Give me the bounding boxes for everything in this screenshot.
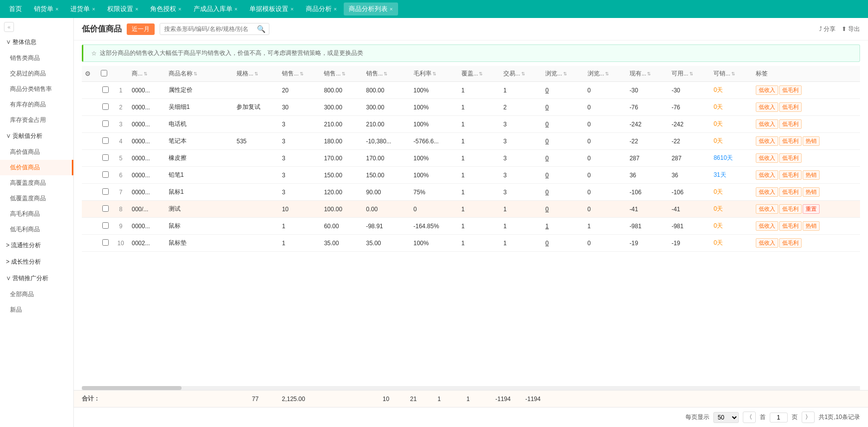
horizontal-scrollbar[interactable] [82, 386, 860, 390]
row-checkbox-cell[interactable] [98, 133, 113, 150]
sidebar-item-high-value[interactable]: 高价值商品 [0, 144, 73, 160]
col-settings[interactable]: ⚙ [82, 66, 98, 82]
nav-product-analysis-list[interactable]: 商品分析列表 × [344, 2, 398, 15]
browse1-link[interactable]: 0 [545, 240, 549, 247]
per-page-select[interactable]: 50 20 100 [713, 412, 739, 423]
row-checkbox-cell[interactable] [98, 99, 113, 116]
browse1-link[interactable]: 1 [545, 223, 549, 230]
row-checkbox[interactable] [102, 154, 109, 161]
sidebar-item-all-products[interactable]: 全部商品 [0, 287, 73, 302]
sidebar-item-low-margin[interactable]: 低毛利商品 [0, 222, 73, 237]
sidebar-item-new-products[interactable]: 新品 [0, 302, 73, 318]
browse1-link[interactable]: 0 [545, 206, 549, 213]
nav-purchase[interactable]: 进货单 × [65, 2, 100, 15]
col-sales-amount[interactable]: 销售...⇅ [363, 66, 411, 82]
sidebar-group-liquidity[interactable]: > 流通性分析 [0, 237, 73, 254]
row-browse1[interactable]: 0 [542, 116, 584, 133]
col-name[interactable]: 商品名称⇅ [166, 66, 233, 82]
nav-roles[interactable]: 角色授权 × [145, 2, 186, 15]
nav-close-product-analysis-list[interactable]: × [390, 6, 393, 12]
row-checkbox[interactable] [102, 137, 109, 144]
row-browse1[interactable]: 0 [542, 99, 584, 116]
first-page-btn[interactable]: 〈 [743, 412, 756, 423]
col-sellable[interactable]: 可销...⇅ [710, 66, 752, 82]
sidebar-group-overall[interactable]: ∨ 整体信息 [0, 34, 73, 50]
row-checkbox-cell[interactable] [98, 218, 113, 235]
row-checkbox[interactable] [102, 120, 109, 127]
browse1-link[interactable]: 0 [545, 138, 549, 145]
sidebar-item-low-coverage[interactable]: 低覆盖度商品 [0, 191, 73, 206]
sidebar-item-low-value[interactable]: 低价值商品 [0, 160, 73, 175]
filter-recent-month-btn[interactable]: 近一月 [127, 23, 155, 35]
nav-sales[interactable]: 销货单 × [29, 2, 63, 15]
share-btn[interactable]: ⤴ 分享 [819, 25, 836, 33]
page-number-input[interactable] [770, 413, 788, 423]
row-browse1[interactable]: 0 [542, 167, 584, 184]
sidebar-item-sales-products[interactable]: 销售类商品 [0, 50, 73, 66]
col-checkbox[interactable] [98, 66, 113, 82]
row-checkbox[interactable] [102, 188, 109, 195]
col-sales-qty[interactable]: 销售...⇅ [279, 66, 321, 82]
browse1-link[interactable]: 0 [545, 155, 549, 162]
col-current[interactable]: 现有...⇅ [627, 66, 668, 82]
nav-close-inventory[interactable]: × [234, 6, 237, 12]
sidebar-item-stock-funds[interactable]: 库存资金占用 [0, 112, 73, 128]
browse1-link[interactable]: 0 [545, 172, 549, 179]
col-cover[interactable]: 覆盖...⇅ [458, 66, 500, 82]
row-checkbox-cell[interactable] [98, 235, 113, 252]
browse1-link[interactable]: 0 [545, 87, 549, 94]
nav-template[interactable]: 单据模板设置 × [244, 2, 298, 15]
browse1-link[interactable]: 0 [545, 104, 549, 111]
row-checkbox[interactable] [102, 103, 109, 110]
row-browse1[interactable]: 0 [542, 150, 584, 167]
sidebar-group-contribution[interactable]: ∨ 贡献值分析 [0, 128, 73, 144]
row-checkbox-cell[interactable] [98, 150, 113, 167]
col-code[interactable]: 商...⇅ [129, 66, 166, 82]
nav-permissions[interactable]: 权限设置 × [102, 2, 143, 15]
nav-close-template[interactable]: × [290, 6, 293, 12]
select-all-checkbox[interactable] [101, 70, 107, 76]
nav-close-product-analysis[interactable]: × [334, 6, 337, 12]
row-browse1[interactable]: 0 [542, 82, 584, 99]
sidebar-item-high-margin[interactable]: 高毛利商品 [0, 206, 73, 222]
sidebar-item-high-coverage[interactable]: 高覆盖度商品 [0, 175, 73, 191]
row-checkbox[interactable] [102, 205, 109, 212]
nav-home[interactable]: 首页 [4, 2, 27, 15]
row-checkbox-cell[interactable] [98, 167, 113, 184]
col-spec[interactable]: 规格...⇅ [233, 66, 279, 82]
sidebar-group-growth[interactable]: > 成长性分析 [0, 254, 73, 270]
row-checkbox[interactable] [102, 222, 109, 229]
row-browse1[interactable]: 0 [542, 184, 584, 201]
row-checkbox-cell[interactable] [98, 82, 113, 99]
row-browse1[interactable]: 0 [542, 133, 584, 150]
sidebar-item-stock-products[interactable]: 有库存的商品 [0, 97, 73, 112]
col-gross-margin[interactable]: 毛利率⇅ [411, 66, 458, 82]
nav-close-purchase[interactable]: × [92, 6, 95, 12]
nav-close-roles[interactable]: × [178, 6, 181, 12]
row-checkbox[interactable] [102, 86, 109, 93]
scrollbar-thumb[interactable] [82, 386, 182, 390]
nav-close-sales[interactable]: × [55, 6, 58, 12]
row-checkbox-cell[interactable] [98, 184, 113, 201]
row-checkbox-cell[interactable] [98, 201, 113, 218]
sidebar-collapse-btn[interactable]: « [4, 22, 14, 32]
nav-inventory[interactable]: 产成品入库单 × [189, 2, 242, 15]
nav-close-permissions[interactable]: × [135, 6, 138, 12]
row-browse1[interactable]: 1 [542, 218, 584, 235]
row-checkbox[interactable] [102, 171, 109, 178]
row-checkbox[interactable] [102, 239, 109, 246]
col-available[interactable]: 可用...⇅ [668, 66, 710, 82]
export-btn[interactable]: ⬆ 导出 [842, 25, 860, 33]
row-browse1[interactable]: 0 [542, 235, 584, 252]
browse1-link[interactable]: 0 [545, 121, 549, 128]
search-input[interactable] [160, 23, 269, 35]
sidebar-item-traded-products[interactable]: 交易过的商品 [0, 66, 73, 81]
nav-product-analysis[interactable]: 商品分析 × [301, 2, 342, 15]
col-trade[interactable]: 交易...⇅ [500, 66, 542, 82]
col-browse2[interactable]: 浏览...⇅ [585, 66, 627, 82]
browse1-link[interactable]: 0 [545, 189, 549, 196]
sidebar-group-marketing[interactable]: ∨ 营销推广分析 [0, 270, 73, 287]
row-checkbox-cell[interactable] [98, 116, 113, 133]
col-browse1[interactable]: 浏览...⇅ [542, 66, 584, 82]
sidebar-item-category-sales[interactable]: 商品分类销售率 [0, 81, 73, 97]
